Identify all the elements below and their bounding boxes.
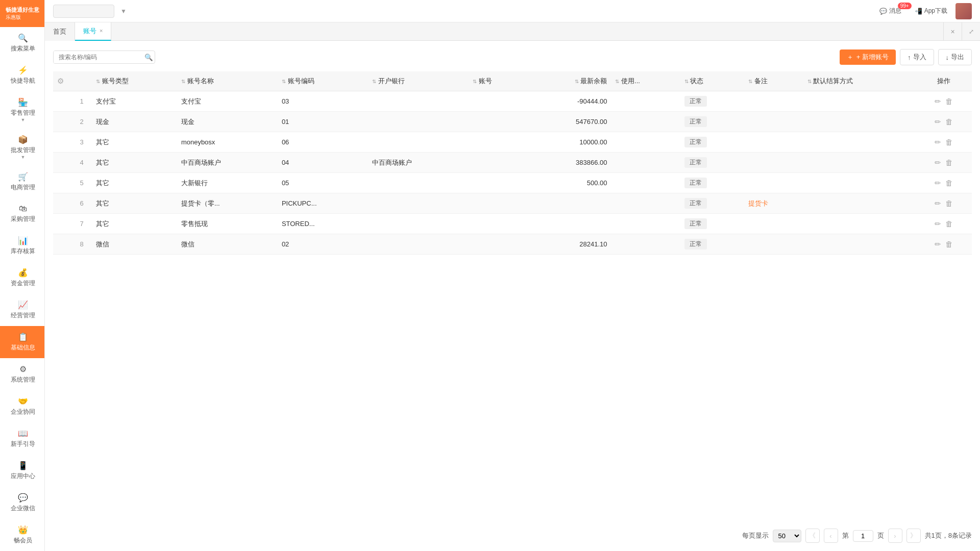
sort-icon: ⇅ xyxy=(615,79,619,84)
row-settings xyxy=(53,193,71,214)
row-bank xyxy=(368,173,469,193)
type-header[interactable]: ⇅ 账号类型 xyxy=(92,71,177,91)
row-actions: ✏ 🗑 xyxy=(916,214,972,234)
add-account-button[interactable]: ＋ + 新增账号 xyxy=(840,49,896,65)
user-avatar[interactable] xyxy=(955,3,972,19)
code-header-label: 账号编码 xyxy=(288,77,314,85)
delete-button[interactable]: 🗑 xyxy=(945,117,953,127)
sidebar-item-ecommerce[interactable]: 🛒 电商管理 xyxy=(0,166,44,198)
remark-header[interactable]: ⇅ 备注 xyxy=(744,71,803,91)
balance-header[interactable]: ⇅ 最新余额 xyxy=(526,71,611,91)
app-download-button[interactable]: 📲 App下载 xyxy=(915,7,947,15)
code-header[interactable]: ⇅ 账号编码 xyxy=(278,71,368,91)
sidebar-item-operations[interactable]: 📈 经营管理 xyxy=(0,294,44,326)
bank-header[interactable]: ⇅ 开户银行 xyxy=(368,71,469,91)
prev-page-button[interactable]: ‹ xyxy=(824,529,838,543)
sidebar-item-wholesale[interactable]: 📦 批发管理 ▼ xyxy=(0,129,44,166)
first-page-button[interactable]: 《 xyxy=(805,529,820,543)
edit-button[interactable]: ✏ xyxy=(935,117,941,127)
sidebar-item-capital[interactable]: 💰 资金管理 xyxy=(0,262,44,294)
edit-button[interactable]: ✏ xyxy=(935,199,941,208)
top-header-left: ▼ xyxy=(53,5,127,18)
row-name: 中百商场账户 xyxy=(177,153,278,173)
row-bank: 中百商场账户 xyxy=(368,153,469,173)
edit-button[interactable]: ✏ xyxy=(935,240,941,249)
use-header[interactable]: ⇅ 使用... xyxy=(611,71,680,91)
tab-account[interactable]: 账号 × xyxy=(75,22,111,41)
settings-header[interactable]: ⚙ xyxy=(53,71,71,91)
default-payment-header[interactable]: ⇅ 默认结算方式 xyxy=(803,71,916,91)
row-bank xyxy=(368,234,469,255)
row-type: 微信 xyxy=(92,234,177,255)
sidebar-item-label: 基础信息 xyxy=(11,343,35,352)
export-button[interactable]: ↓ 导出 xyxy=(938,49,972,65)
edit-button[interactable]: ✏ xyxy=(935,138,941,147)
row-account xyxy=(469,234,526,255)
sidebar-item-enterprise[interactable]: 🤝 企业协同 xyxy=(0,390,44,422)
sidebar-item-quick-nav[interactable]: ⚡ 快捷导航 xyxy=(0,59,44,91)
sidebar-item-retail[interactable]: 🏪 零售管理 ▼ xyxy=(0,91,44,129)
row-code: 05 xyxy=(278,173,368,193)
page-size-select[interactable]: 50 100 xyxy=(773,530,801,542)
sidebar-item-system[interactable]: ⚙ 系统管理 xyxy=(0,358,44,390)
edit-button[interactable]: ✏ xyxy=(935,179,941,188)
messages-button[interactable]: 💬 消息 99+ xyxy=(874,7,906,15)
search-button[interactable]: 🔍 xyxy=(140,54,155,61)
tab-close-button[interactable]: × xyxy=(100,28,103,34)
sidebar-item-member[interactable]: 👑 畅会员 xyxy=(0,519,44,551)
delete-button[interactable]: 🗑 xyxy=(945,179,953,188)
row-balance xyxy=(526,214,611,234)
delete-button[interactable]: 🗑 xyxy=(945,138,953,147)
member-icon: 👑 xyxy=(18,525,28,535)
sidebar-item-search-menu[interactable]: 🔍 搜索菜单 xyxy=(0,27,44,59)
sidebar-item-basic-info[interactable]: 📋 基础信息 xyxy=(0,326,44,358)
dropdown-arrow[interactable]: ▼ xyxy=(120,8,127,15)
next-page-button[interactable]: › xyxy=(888,529,902,543)
delete-button[interactable]: 🗑 xyxy=(945,219,953,229)
row-balance: -90444.00 xyxy=(526,91,611,112)
edit-button[interactable]: ✏ xyxy=(935,219,941,229)
sidebar-item-enterprise-wechat[interactable]: 💬 企业微信 xyxy=(0,487,44,519)
sort-icon: ⇅ xyxy=(181,79,185,84)
last-page-button[interactable]: 》 xyxy=(906,529,921,543)
tab-account-label: 账号 xyxy=(83,27,96,36)
status-header[interactable]: ⇅ 状态 xyxy=(680,71,745,91)
row-default-payment xyxy=(803,112,916,132)
sidebar-item-inventory[interactable]: 📊 库存核算 xyxy=(0,230,44,262)
row-type: 支付宝 xyxy=(92,91,177,112)
row-name: 支付宝 xyxy=(177,91,278,112)
sidebar-item-app-center[interactable]: 📱 应用中心 xyxy=(0,455,44,487)
toolbar-right: ＋ + 新增账号 ↑ 导入 ↓ 导出 xyxy=(840,49,972,65)
account-header[interactable]: ⇅ 账号 xyxy=(469,71,526,91)
row-status: 正常 xyxy=(680,214,745,234)
row-balance: 500.00 xyxy=(526,173,611,193)
row-remark xyxy=(744,132,803,153)
import-button[interactable]: ↑ 导入 xyxy=(900,49,934,65)
row-name: 零售抵现 xyxy=(177,214,278,234)
sidebar-item-guide[interactable]: 📖 新手引导 xyxy=(0,422,44,455)
close-tab-button[interactable]: × xyxy=(943,22,962,41)
sidebar-item-purchase[interactable]: 🛍 采购管理 xyxy=(0,198,44,230)
sidebar-item-label: 企业协同 xyxy=(11,408,35,416)
sort-icon: ⇅ xyxy=(575,79,579,84)
fullscreen-button[interactable]: ⤢ xyxy=(962,22,980,41)
global-search-input[interactable] xyxy=(53,5,114,18)
name-header[interactable]: ⇅ 账号名称 xyxy=(177,71,278,91)
table-row: 4 其它 中百商场账户 04 中百商场账户 383866.00 正常 ✏ 🗑 xyxy=(53,153,972,173)
table-row: 1 支付宝 支付宝 03 -90444.00 正常 ✏ 🗑 xyxy=(53,91,972,112)
inventory-icon: 📊 xyxy=(18,236,28,245)
tab-home[interactable]: 首页 xyxy=(45,22,75,41)
edit-button[interactable]: ✏ xyxy=(935,97,941,106)
row-account xyxy=(469,132,526,153)
page-input[interactable] xyxy=(853,530,873,542)
delete-button[interactable]: 🗑 xyxy=(945,240,953,249)
sort-icon: ⇅ xyxy=(282,79,286,84)
sidebar-item-label: 畅会员 xyxy=(14,536,32,545)
edit-button[interactable]: ✏ xyxy=(935,158,941,167)
delete-button[interactable]: 🗑 xyxy=(945,97,953,106)
delete-button[interactable]: 🗑 xyxy=(945,199,953,208)
row-use xyxy=(611,214,680,234)
row-use xyxy=(611,173,680,193)
search-input[interactable] xyxy=(54,51,140,63)
delete-button[interactable]: 🗑 xyxy=(945,158,953,167)
